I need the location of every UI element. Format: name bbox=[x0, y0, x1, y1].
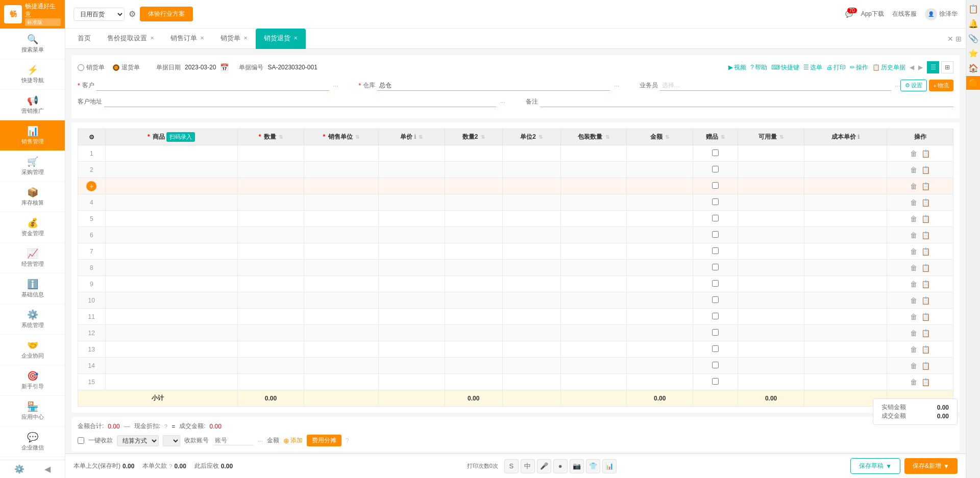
qty2-cell[interactable] bbox=[445, 341, 503, 358]
copy-row-button[interactable]: 📋 bbox=[920, 263, 931, 273]
rip-icon-2[interactable]: 🔔 bbox=[966, 17, 980, 31]
save-draft-button[interactable]: 保存草稿 ▼ bbox=[850, 458, 900, 474]
delete-row-button[interactable]: 🗑 bbox=[909, 279, 918, 289]
unit-price-sort-icon[interactable]: ⇅ bbox=[419, 134, 423, 140]
tabbar-expand-icon[interactable]: ⊞ bbox=[955, 35, 962, 43]
qty2-cell[interactable] bbox=[445, 243, 503, 260]
copy-row-button[interactable]: 📋 bbox=[920, 230, 931, 240]
video-btn[interactable]: ▶ 视频 bbox=[728, 63, 746, 72]
warehouse-more-icon[interactable]: ··· bbox=[614, 82, 619, 89]
pack-qty-cell[interactable] bbox=[560, 358, 627, 374]
copy-row-button[interactable]: 📋 bbox=[920, 377, 931, 387]
unit-price-cell[interactable] bbox=[378, 162, 445, 178]
unit-price-cell[interactable] bbox=[378, 374, 445, 390]
unit2-cell[interactable] bbox=[503, 211, 561, 227]
amount-cell[interactable] bbox=[627, 178, 693, 194]
delete-row-button[interactable]: 🗑 bbox=[909, 361, 918, 371]
qty-cell[interactable] bbox=[238, 309, 304, 325]
sidebar-item-5[interactable]: 📦库存核算 bbox=[0, 182, 65, 212]
sale-bill-radio[interactable] bbox=[78, 64, 84, 71]
rip-icon-3[interactable]: 📎 bbox=[966, 32, 980, 45]
th-gear[interactable]: ⚙ bbox=[78, 129, 106, 145]
tabbar-close-icon[interactable]: ✕ bbox=[947, 35, 953, 43]
unit-price-cell[interactable] bbox=[378, 260, 445, 276]
pack-qty-cell[interactable] bbox=[560, 276, 627, 292]
gift-checkbox[interactable] bbox=[712, 198, 719, 205]
sale-bill-radio-label[interactable]: 销货单 bbox=[78, 63, 105, 72]
gift-checkbox[interactable] bbox=[712, 313, 719, 319]
unit2-sort-icon[interactable]: ⇅ bbox=[538, 134, 543, 140]
pack-qty-cell[interactable] bbox=[560, 178, 627, 194]
qty2-cell[interactable] bbox=[445, 374, 503, 390]
product-cell[interactable] bbox=[105, 178, 238, 194]
available-cell[interactable] bbox=[738, 243, 804, 260]
qty2-cell[interactable] bbox=[445, 211, 503, 227]
help-btn[interactable]: ? 帮助 bbox=[750, 63, 767, 72]
product-cell[interactable] bbox=[105, 162, 238, 178]
copy-row-button[interactable]: 📋 bbox=[920, 214, 931, 224]
pack-qty-cell[interactable] bbox=[560, 309, 627, 325]
tool-icon-1[interactable]: S bbox=[504, 459, 519, 473]
gift-sort-icon[interactable]: ⇅ bbox=[721, 134, 725, 140]
pack-qty-cell[interactable] bbox=[560, 194, 627, 211]
unit-price-cell[interactable] bbox=[378, 211, 445, 227]
cost-unit-price-cell[interactable] bbox=[804, 162, 887, 178]
gift-checkbox[interactable] bbox=[712, 264, 719, 270]
qty2-cell[interactable] bbox=[445, 162, 503, 178]
unit2-cell[interactable] bbox=[503, 178, 561, 194]
sidebar-item-0[interactable]: 🔍搜索菜单 bbox=[0, 29, 65, 59]
tab-0[interactable]: 首页 bbox=[69, 29, 99, 49]
sale-unit-sort-icon[interactable]: ⇅ bbox=[355, 134, 359, 140]
unit2-cell[interactable] bbox=[503, 194, 561, 211]
amount-cell[interactable] bbox=[627, 243, 693, 260]
cash-discount-info-icon[interactable]: ? bbox=[164, 423, 167, 430]
return-bill-radio-label[interactable]: 退货单 bbox=[113, 63, 140, 72]
sale-unit-cell[interactable] bbox=[304, 358, 378, 374]
user-avatar[interactable]: 👤 徐泽华 bbox=[925, 8, 958, 20]
cost-unit-price-cell[interactable] bbox=[804, 178, 887, 194]
pack-qty-cell[interactable] bbox=[560, 162, 627, 178]
amount-cell[interactable] bbox=[627, 227, 693, 243]
available-cell[interactable] bbox=[738, 145, 804, 162]
product-cell[interactable] bbox=[105, 227, 238, 243]
save-new-chevron-icon[interactable]: ▼ bbox=[943, 463, 949, 470]
gift-checkbox[interactable] bbox=[712, 247, 719, 254]
unit-price-cell[interactable] bbox=[378, 341, 445, 358]
delete-row-button[interactable]: 🗑 bbox=[909, 246, 918, 257]
available-cell[interactable] bbox=[738, 325, 804, 341]
qty-cell[interactable] bbox=[238, 178, 304, 194]
gift-checkbox[interactable] bbox=[712, 182, 719, 189]
gift-checkbox[interactable] bbox=[712, 378, 719, 385]
nav-prev-icon[interactable]: ◀ bbox=[910, 64, 914, 71]
tab-close-2[interactable]: ✕ bbox=[200, 35, 204, 41]
unit2-cell[interactable] bbox=[503, 227, 561, 243]
qty-cell[interactable] bbox=[238, 227, 304, 243]
unit2-cell[interactable] bbox=[503, 145, 561, 162]
sidebar-collapse-icon[interactable]: ◀ bbox=[44, 464, 51, 474]
one-key-pay-checkbox[interactable] bbox=[78, 437, 84, 444]
delete-row-button[interactable]: 🗑 bbox=[909, 344, 918, 355]
sidebar-item-8[interactable]: ℹ️基础信息 bbox=[0, 273, 65, 304]
product-input[interactable] bbox=[109, 182, 235, 190]
pack-qty-cell[interactable] bbox=[560, 211, 627, 227]
available-cell[interactable] bbox=[738, 292, 804, 309]
topbar-gear-icon[interactable]: ⚙ bbox=[129, 9, 136, 19]
sale-unit-cell[interactable] bbox=[304, 145, 378, 162]
available-cell[interactable] bbox=[738, 260, 804, 276]
copy-row-button[interactable]: 📋 bbox=[920, 361, 931, 371]
product-cell[interactable] bbox=[105, 374, 238, 390]
table-gear-icon[interactable]: ⚙ bbox=[89, 134, 94, 141]
sidebar-item-12[interactable]: 🏪应用中心 bbox=[0, 396, 65, 426]
return-bill-radio[interactable] bbox=[113, 64, 119, 71]
sidebar-item-7[interactable]: 📈经营管理 bbox=[0, 243, 65, 273]
copy-row-button[interactable]: 📋 bbox=[920, 312, 931, 322]
delete-row-button[interactable]: 🗑 bbox=[909, 312, 918, 322]
qty-cell[interactable] bbox=[238, 243, 304, 260]
available-cell[interactable] bbox=[738, 211, 804, 227]
scan-btn[interactable]: 扫码录入 bbox=[166, 132, 195, 142]
cost-unit-price-cell[interactable] bbox=[804, 374, 887, 390]
gift-checkbox[interactable] bbox=[712, 280, 719, 287]
sale-unit-cell[interactable] bbox=[304, 374, 378, 390]
copy-row-button[interactable]: 📋 bbox=[920, 246, 931, 257]
gift-cell[interactable] bbox=[693, 178, 738, 194]
